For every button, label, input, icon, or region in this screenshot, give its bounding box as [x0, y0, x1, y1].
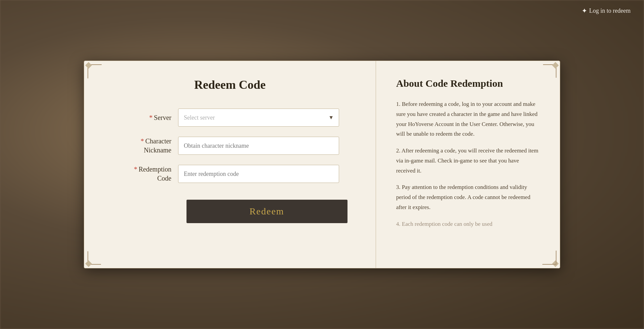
server-select[interactable]: Select server America Europe Asia TW/HK/… — [178, 109, 339, 127]
redemption-code-required-star: * — [134, 166, 137, 173]
login-label: Log in to redeem — [589, 7, 631, 14]
star-icon: ✦ — [582, 7, 587, 15]
character-nickname-required-star: * — [141, 137, 144, 145]
redemption-code-row: * Redemption Code — [104, 165, 356, 183]
info-text: 1. Before redeeming a code, log in to yo… — [396, 99, 540, 229]
form-title: Redeem Code — [194, 78, 266, 92]
info-point-4: 4. Each redemption code can only be used — [396, 219, 540, 229]
server-select-wrapper: Select server America Europe Asia TW/HK/… — [178, 109, 339, 127]
info-title: About Code Redemption — [396, 78, 540, 89]
info-point-2: 2. After redeeming a code, you will rece… — [396, 146, 540, 176]
right-panel: About Code Redemption 1. Before redeemin… — [376, 61, 560, 268]
server-label: * Server — [104, 114, 171, 122]
redemption-code-label: * Redemption Code — [104, 166, 171, 182]
character-nickname-row: * Character Nickname — [104, 137, 356, 155]
redeem-button[interactable]: Redeem — [186, 200, 347, 223]
login-button[interactable]: ✦ Log in to redeem — [582, 7, 631, 15]
info-point-1: 1. Before redeeming a code, log in to yo… — [396, 99, 540, 139]
redemption-code-input[interactable] — [178, 165, 339, 183]
redeem-button-label: Redeem — [250, 206, 284, 217]
redeem-card: Redeem Code * Server Select server Ameri… — [84, 61, 560, 268]
character-nickname-input[interactable] — [178, 137, 339, 155]
server-row: * Server Select server America Europe As… — [104, 109, 356, 127]
character-nickname-label: * Character Nickname — [104, 137, 171, 154]
left-panel: Redeem Code * Server Select server Ameri… — [84, 61, 376, 268]
info-point-3: 3. Pay attention to the redemption condi… — [396, 182, 540, 212]
server-required-star: * — [149, 114, 153, 122]
